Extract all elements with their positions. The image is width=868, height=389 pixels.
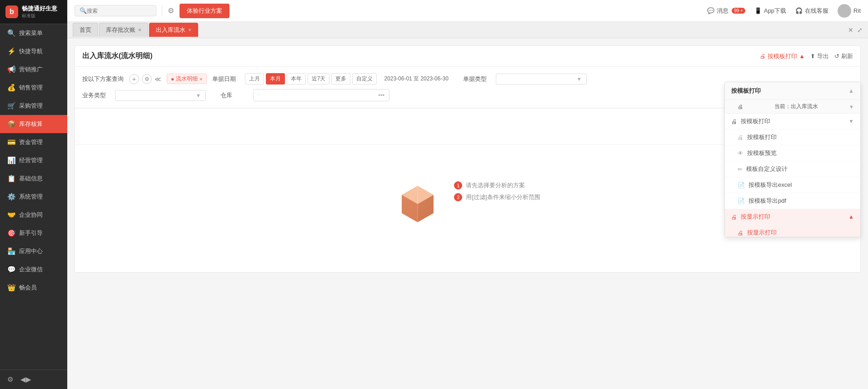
sidebar-item-sales[interactable]: 💰 销售管理 bbox=[0, 79, 67, 97]
message-icon: 💬 bbox=[707, 7, 714, 14]
empty-step-1: 1 请先选择要分析的方案 bbox=[454, 181, 540, 190]
sidebar-settings-icon[interactable]: ⚙ bbox=[7, 375, 13, 384]
dropdown-title: 按模板打印 bbox=[731, 87, 761, 95]
date-btn-custom[interactable]: 自定义 bbox=[352, 73, 377, 85]
topbar-gear-icon[interactable]: ⚙ bbox=[168, 6, 174, 15]
date-btn-last-month[interactable]: 上月 bbox=[245, 73, 264, 85]
warehouse-select[interactable]: ••• bbox=[253, 89, 389, 101]
dropdown-header-arrow[interactable]: ▲ bbox=[848, 88, 854, 94]
main-area: 🔍 ⚙ 体验行业方案 💬 消息 99 + 📱 App下载 🎧 在线客服 Rit bbox=[67, 0, 868, 389]
sidebar-icon-finance: 💳 bbox=[7, 138, 15, 146]
print-action[interactable]: 🖨 按模板打印 ▲ bbox=[760, 52, 805, 60]
window-close-icon[interactable]: ✕ bbox=[848, 26, 853, 34]
dropdown-item-template-print[interactable]: 🖨 按模板打印 bbox=[725, 130, 860, 145]
item-template-excel-label: 按模板导出excel bbox=[748, 181, 792, 189]
tab-batch-account-label: 库存批次账 bbox=[106, 26, 135, 34]
date-btn-more[interactable]: 更多 bbox=[331, 73, 350, 85]
dropdown-item-display-print[interactable]: 🖨 按显示打印 bbox=[725, 225, 860, 237]
template-section-icon: 🖨 bbox=[731, 118, 737, 125]
app-download-label: App下载 bbox=[764, 7, 786, 15]
app-logo-icon: b bbox=[5, 5, 18, 18]
dropdown-item-template-custom[interactable]: ✏ 模板自定义设计 bbox=[725, 161, 860, 177]
current-label: 当前：出入库流水 bbox=[774, 103, 818, 110]
print-label: 按模板打印 bbox=[768, 52, 797, 60]
template-section-arrow: ▼ bbox=[848, 118, 854, 125]
biz-type-select[interactable]: ▼ bbox=[115, 90, 206, 101]
messages-action[interactable]: 💬 消息 99 + bbox=[707, 7, 745, 15]
type-select[interactable]: ▼ bbox=[496, 74, 587, 85]
search-input[interactable] bbox=[87, 8, 150, 14]
tab-batch-account-close[interactable]: × bbox=[138, 27, 141, 33]
sidebar-collapse-icon[interactable]: ◀▶ bbox=[20, 375, 31, 384]
user-profile-action[interactable]: Rit bbox=[838, 4, 861, 18]
filter-settings-button[interactable]: ⚙ bbox=[142, 74, 152, 84]
sidebar-icon-operations: 📊 bbox=[7, 156, 15, 165]
export-action[interactable]: ⬆ 导出 bbox=[810, 52, 829, 60]
export-icon: ⬆ bbox=[810, 53, 815, 60]
search-icon: 🔍 bbox=[80, 7, 87, 14]
sidebar-item-basic[interactable]: 📋 基础信息 bbox=[0, 170, 67, 188]
online-service-action[interactable]: 🎧 在线客服 bbox=[795, 7, 828, 15]
item-print-icon: 🖨 bbox=[738, 134, 743, 141]
sidebar-item-operations[interactable]: 📊 经营管理 bbox=[0, 151, 67, 170]
type-label: 单据类型 bbox=[463, 75, 490, 83]
dropdown-current-badge[interactable]: 🖨 当前：出入库流水 ▼ bbox=[725, 100, 860, 114]
export-label: 导出 bbox=[817, 52, 829, 60]
tab-inout-flow[interactable]: 出入库流水 × bbox=[149, 23, 198, 37]
sidebar-label-vip: 畅会员 bbox=[19, 284, 37, 292]
dropdown-section-display[interactable]: 🖨 按显示打印 ▲ bbox=[725, 209, 860, 225]
sidebar-label-cooperation: 企业协同 bbox=[19, 211, 43, 219]
app-name: 畅捷通好生意 bbox=[22, 5, 57, 13]
tab-home[interactable]: 首页 bbox=[73, 23, 98, 37]
dropdown-header: 按模板打印 ▲ bbox=[725, 82, 860, 100]
topbar-search-box[interactable]: 🔍 bbox=[75, 5, 156, 16]
sidebar-item-quick-nav[interactable]: ⚡ 快捷导航 bbox=[0, 42, 67, 60]
tab-inout-flow-close[interactable]: × bbox=[188, 27, 191, 33]
sidebar-item-guide[interactable]: 🎯 新手引导 bbox=[0, 224, 67, 242]
date-btn-current-month[interactable]: 本月 bbox=[266, 73, 285, 85]
item-pdf-icon: 📄 bbox=[738, 198, 745, 204]
item-custom-icon: ✏ bbox=[738, 166, 743, 173]
sidebar-item-marketing[interactable]: 📢 营销推广 bbox=[0, 60, 67, 79]
current-icon: 🖨 bbox=[738, 104, 743, 110]
sidebar-label-purchase: 采购管理 bbox=[19, 102, 43, 110]
sidebar-item-finance[interactable]: 💳 资金管理 bbox=[0, 133, 67, 151]
active-filter-badge: ● 流水明细 × bbox=[167, 74, 207, 84]
sidebar-footer: ⚙ ◀▶ bbox=[0, 369, 67, 389]
sidebar-label-quick-nav: 快捷导航 bbox=[19, 47, 43, 55]
sidebar-item-wechat[interactable]: 💬 企业微信 bbox=[0, 260, 67, 279]
item-display-print-label: 按显示打印 bbox=[747, 229, 777, 237]
print-dropdown-arrow[interactable]: ▲ bbox=[799, 53, 805, 60]
sidebar-icon-purchase: 🛒 bbox=[7, 102, 15, 110]
date-label: 单据日期 bbox=[212, 75, 239, 83]
sidebar-item-app-center[interactable]: 🏪 应用中心 bbox=[0, 242, 67, 260]
active-filter-close[interactable]: × bbox=[200, 76, 202, 82]
dropdown-item-template-preview[interactable]: 👁 按模板预览 bbox=[725, 145, 860, 161]
sidebar-item-cooperation[interactable]: 🤝 企业协同 bbox=[0, 206, 67, 224]
step1-num: 1 bbox=[454, 181, 462, 190]
dropdown-item-template-excel[interactable]: 📄 按模板导出excel bbox=[725, 177, 860, 193]
sidebar-item-inventory[interactable]: 📦 库存核算 bbox=[0, 115, 67, 133]
dropdown-item-template-pdf[interactable]: 📄 按模板导出pdf bbox=[725, 193, 860, 209]
tab-batch-account[interactable]: 库存批次账 × bbox=[99, 23, 148, 37]
date-btn-last-7[interactable]: 近7天 bbox=[308, 73, 330, 85]
refresh-icon: ↺ bbox=[834, 53, 839, 60]
user-avatar bbox=[838, 4, 851, 18]
sidebar-icon-wechat: 💬 bbox=[7, 265, 15, 274]
sidebar-item-system[interactable]: ⚙️ 系统管理 bbox=[0, 188, 67, 206]
sidebar-label-marketing: 营销推广 bbox=[19, 65, 43, 74]
dropdown-section-template[interactable]: 🖨 按模板打印 ▼ bbox=[725, 114, 860, 130]
step2-text: 用[过滤]条件来缩小分析范围 bbox=[466, 193, 540, 201]
filter-add-button[interactable]: + bbox=[129, 74, 139, 84]
sidebar-item-purchase[interactable]: 🛒 采购管理 bbox=[0, 97, 67, 115]
date-btn-current-year[interactable]: 本年 bbox=[287, 73, 306, 85]
window-expand-icon[interactable]: ⤢ bbox=[857, 26, 863, 34]
template-section-label: 按模板打印 bbox=[741, 117, 770, 125]
industry-solution-button[interactable]: 体验行业方案 bbox=[180, 4, 229, 18]
app-download-action[interactable]: 📱 App下载 bbox=[754, 7, 786, 15]
refresh-action[interactable]: ↺ 刷新 bbox=[834, 52, 853, 60]
sidebar-item-search[interactable]: 🔍 搜索菜单 bbox=[0, 24, 67, 42]
filter-collapse-button[interactable]: ≪ bbox=[155, 75, 161, 83]
biz-type-select-arrow: ▼ bbox=[196, 93, 201, 98]
sidebar-item-vip[interactable]: 👑 畅会员 bbox=[0, 279, 67, 297]
